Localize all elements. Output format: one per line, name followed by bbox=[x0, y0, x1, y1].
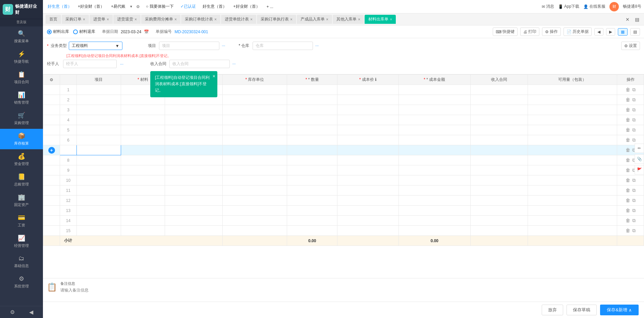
row-copy-13[interactable]: ⧉ bbox=[632, 208, 636, 213]
row-cost-amount-1[interactable] bbox=[399, 85, 470, 95]
row-unit-3[interactable] bbox=[222, 105, 287, 115]
row-project-1[interactable] bbox=[77, 85, 121, 95]
tab-close-all-btn[interactable]: ✕ bbox=[624, 15, 632, 23]
row-ic-10[interactable] bbox=[470, 175, 528, 186]
discard-button[interactable]: 放弃 bbox=[542, 305, 563, 315]
tab-purchase-expense[interactable]: 采购费用分摊单 × bbox=[141, 15, 180, 24]
topbar-trial[interactable]: ○ 我要体验一下 bbox=[143, 3, 176, 10]
save-new-button[interactable]: 保存&新增 ∧ bbox=[600, 305, 639, 315]
row-cost-amount-9[interactable] bbox=[399, 165, 470, 175]
row-delete-4[interactable]: 🗑 bbox=[626, 117, 630, 123]
sidebar-settings-btn[interactable]: ⚙ bbox=[10, 309, 15, 315]
row-copy-1[interactable]: ⧉ bbox=[632, 87, 636, 93]
sidebar-item-basic[interactable]: 🗂 基础信息 bbox=[0, 252, 43, 272]
row-qty-5[interactable] bbox=[287, 125, 337, 135]
row-qty-9[interactable] bbox=[287, 165, 337, 175]
row-cost-amount-2[interactable] bbox=[399, 95, 470, 105]
row-m-10[interactable] bbox=[121, 175, 165, 186]
row-income-contract-4[interactable] bbox=[470, 115, 528, 125]
table-settings-icon[interactable]: ⚙ bbox=[50, 77, 53, 82]
print-btn[interactable]: 🖨 打印 bbox=[520, 28, 539, 36]
row-unit-5[interactable] bbox=[222, 125, 287, 135]
sidebar-item-assets[interactable]: 🏢 固定资产 bbox=[0, 190, 43, 211]
float-attach-btn[interactable]: 📎 bbox=[635, 154, 644, 164]
topbar-settings-icon[interactable]: ⚙ bbox=[134, 4, 142, 10]
tab-product-in-close[interactable]: × bbox=[326, 17, 328, 22]
row-cost-5[interactable] bbox=[337, 125, 399, 135]
tab-layout-btn[interactable]: ▤ bbox=[633, 15, 641, 23]
row-cost-amount-5[interactable] bbox=[399, 125, 470, 135]
row-copy-15[interactable]: ⧉ bbox=[632, 228, 636, 233]
radio-material-out[interactable]: 材料出库 bbox=[47, 29, 69, 35]
float-flag-btn[interactable]: 🚩 bbox=[635, 165, 644, 174]
row-income-contract-1[interactable] bbox=[470, 85, 528, 95]
row-cost-9[interactable] bbox=[337, 165, 399, 175]
row-material-9[interactable] bbox=[121, 165, 165, 175]
topbar-dropdown-arrow[interactable]: ▼ bbox=[129, 5, 133, 8]
row-project-5[interactable] bbox=[77, 125, 121, 135]
row-material-5[interactable] bbox=[121, 125, 165, 135]
row-copy-11[interactable]: ⧉ bbox=[632, 188, 636, 193]
row-spec-6[interactable] bbox=[165, 135, 222, 145]
next-btn[interactable]: ▶ bbox=[606, 28, 615, 36]
tab-material-out-close[interactable]: × bbox=[390, 17, 392, 22]
row-material-3[interactable] bbox=[121, 105, 165, 115]
row-income-9[interactable] bbox=[470, 165, 528, 175]
sidebar-item-purchase[interactable]: 🛒 采购管理 bbox=[0, 108, 43, 129]
sidebar-collapse-btn[interactable]: ◀ bbox=[29, 309, 33, 315]
row-ca-10[interactable] bbox=[399, 175, 470, 186]
row-material-4[interactable] bbox=[121, 115, 165, 125]
prev-btn[interactable]: ◀ bbox=[594, 28, 603, 36]
tab-goods-return-close[interactable]: × bbox=[135, 17, 137, 22]
topbar-nav-yidaizhang[interactable]: +易代账 bbox=[108, 3, 128, 10]
notes-input[interactable] bbox=[60, 287, 640, 297]
row-usable-qty-2[interactable] bbox=[528, 95, 617, 105]
warehouse-input[interactable]: 仓库 bbox=[253, 42, 313, 50]
row-cell-b[interactable] bbox=[165, 145, 222, 155]
sidebar-item-sales[interactable]: 📊 销售管理 bbox=[0, 88, 43, 108]
row-delete-13[interactable]: 🗑 bbox=[626, 208, 630, 213]
row-unit-6[interactable] bbox=[222, 135, 287, 145]
row-cost-4[interactable] bbox=[337, 115, 399, 125]
row-qty-3[interactable] bbox=[287, 105, 337, 115]
row-income-contract-3[interactable] bbox=[470, 105, 528, 115]
row-income-contract-8[interactable] bbox=[470, 155, 528, 165]
tab-goods-in-close[interactable]: × bbox=[107, 17, 109, 22]
tab-goods-return[interactable]: 进货退货 × bbox=[113, 15, 141, 24]
row-usable-qty-3[interactable] bbox=[528, 105, 617, 115]
row-delete-8[interactable]: 🗑 bbox=[626, 157, 630, 163]
list-view-btn[interactable]: ▤ bbox=[630, 28, 640, 36]
project-input[interactable]: 项目 bbox=[159, 42, 219, 50]
sidebar-item-search[interactable]: 🔍 搜索菜单 bbox=[0, 26, 43, 47]
tab-purchase-exec[interactable]: 采购订单执行表 × bbox=[257, 15, 296, 24]
tab-purchase-order[interactable]: 采购订单 × bbox=[62, 15, 89, 24]
row-project-4[interactable] bbox=[77, 115, 121, 125]
row-copy-5[interactable]: ⧉ bbox=[632, 127, 636, 133]
add-row-button[interactable]: + bbox=[48, 147, 55, 154]
sidebar-item-project[interactable]: 📋 项目合同 bbox=[0, 67, 43, 88]
row-cost-1[interactable] bbox=[337, 85, 399, 95]
row-delete-12[interactable]: 🗑 bbox=[626, 198, 630, 203]
income-contract-input[interactable]: 收入合同 bbox=[169, 60, 230, 68]
tooltip-close-btn[interactable]: × bbox=[213, 72, 215, 80]
float-edit-btn[interactable]: ✏ bbox=[635, 144, 644, 153]
row-input-right[interactable] bbox=[77, 145, 121, 155]
row-cost-amount-3[interactable] bbox=[399, 105, 470, 115]
row-qty-4[interactable] bbox=[287, 115, 337, 125]
topbar-extra-3[interactable]: + ... bbox=[264, 4, 276, 10]
row-usable-9[interactable] bbox=[528, 165, 617, 175]
row-usable-qty-5[interactable] bbox=[528, 125, 617, 135]
row-cell-a[interactable] bbox=[121, 145, 165, 155]
topbar-app[interactable]: 📱 App下载 bbox=[558, 4, 579, 9]
row-delete-2[interactable]: 🗑 bbox=[626, 97, 630, 103]
row-qty-6[interactable] bbox=[287, 135, 337, 145]
sidebar-item-ops[interactable]: 📈 经营管理 bbox=[0, 231, 43, 252]
row-u-10[interactable] bbox=[222, 175, 287, 186]
row-project-3[interactable] bbox=[77, 105, 121, 115]
row-copy-3[interactable]: ⧉ bbox=[632, 107, 636, 113]
topbar-extra-2[interactable]: +好业财（首） bbox=[231, 3, 263, 10]
handler-input[interactable]: 经手人 bbox=[63, 60, 117, 68]
row-cost-amount-8[interactable] bbox=[399, 155, 470, 165]
operations-btn[interactable]: ⚙ 操作 bbox=[542, 28, 561, 36]
tab-purchase-exec-close[interactable]: × bbox=[290, 17, 292, 22]
